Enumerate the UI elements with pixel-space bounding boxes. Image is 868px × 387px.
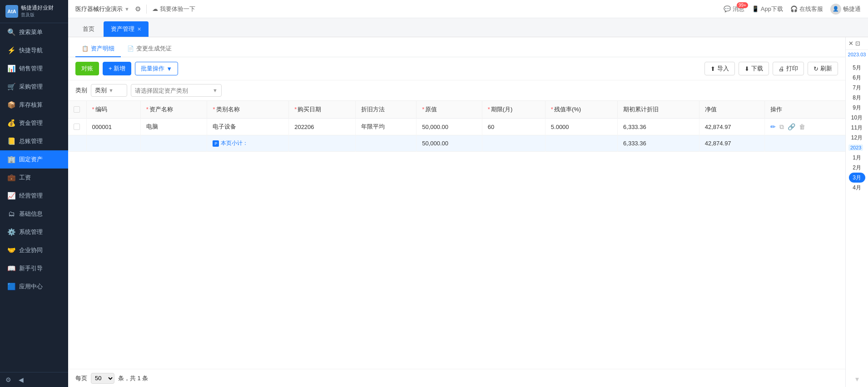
download-button[interactable]: ⬇ 下载 xyxy=(739,62,769,75)
cal-month-3[interactable]: 3月 xyxy=(849,173,865,183)
print-button[interactable]: 🖨 打印 xyxy=(773,62,804,75)
link-icon[interactable]: 🔗 xyxy=(788,123,795,130)
sidebar-item-ops[interactable]: 📈 经营管理 xyxy=(0,187,68,205)
download-label: 下载 xyxy=(751,64,763,73)
settings-gear-icon[interactable]: ⚙ xyxy=(135,5,141,13)
sidebar-icon-ops: 📈 xyxy=(7,192,15,200)
sidebar-bottom: ⚙ ◀ xyxy=(0,372,68,387)
table-header-row: *编码 *资产名称 *类别名称 *购买日期 折旧方法 *原值 *期限(月) *残… xyxy=(68,101,845,119)
sidebar-item-apps[interactable]: 🟦 应用中心 xyxy=(0,278,68,296)
cal-month-8[interactable]: 8月 xyxy=(849,93,865,103)
import-button[interactable]: ⬆ 导入 xyxy=(704,62,735,75)
cal-month-12[interactable]: 12月 xyxy=(849,133,865,143)
refresh-button[interactable]: ↻ 刷新 xyxy=(808,62,838,75)
edit-icon[interactable]: ✏ xyxy=(770,123,776,130)
change-voucher-label: 变更生成凭证 xyxy=(136,45,172,53)
sidebar-item-inventory[interactable]: 📦 库存核算 xyxy=(0,96,68,114)
messages-button[interactable]: 💬 消息 99+ xyxy=(724,5,744,13)
user-menu[interactable]: 👤 畅捷通 xyxy=(830,4,861,15)
sub-tabs: 📋 资产明细 📄 变更生成凭证 xyxy=(68,37,845,57)
asset-detail-label: 资产明细 xyxy=(91,45,114,53)
category-type-arrow-icon: ▼ xyxy=(109,88,114,93)
sidebar-label-salary: 工资 xyxy=(19,174,31,182)
batch-ops-button[interactable]: 批量操作 ▼ xyxy=(135,62,178,75)
sidebar-label-basic: 基础信息 xyxy=(19,210,43,218)
sidebar: AtA 畅捷通好业财 普及版 🔍 搜索菜单⚡ 快捷导航📊 销售管理🛒 采购管理📦… xyxy=(0,0,68,387)
sidebar-item-guide[interactable]: 📖 新手引导 xyxy=(0,259,68,278)
sidebar-label-inventory: 库存核算 xyxy=(19,101,43,109)
sidebar-icon-funds: 💰 xyxy=(7,119,15,127)
sidebar-icon-inventory: 📦 xyxy=(7,101,15,109)
sidebar-label-fixed: 固定资产 xyxy=(19,155,43,164)
row-purchase-date: 202206 xyxy=(289,119,356,135)
row-checkbox[interactable] xyxy=(74,124,80,130)
tab-close-icon[interactable]: ✕ xyxy=(137,26,141,32)
sidebar-icon-purchase: 🛒 xyxy=(7,83,15,91)
sidebar-item-system[interactable]: ⚙️ 系统管理 xyxy=(0,223,68,241)
sidebar-item-ledger[interactable]: 📒 总账管理 xyxy=(0,132,68,150)
sidebar-item-purchase[interactable]: 🛒 采购管理 xyxy=(0,78,68,96)
online-service-button[interactable]: 🎧 在线客服 xyxy=(790,5,823,13)
sidebar-label-quicknav: 快捷导航 xyxy=(19,46,43,55)
sidebar-item-salary[interactable]: 💼 工资 xyxy=(0,169,68,187)
company-selector[interactable]: 医疗器械行业演示 ▼ xyxy=(75,5,129,13)
sidebar-label-guide: 新手引导 xyxy=(19,264,43,273)
company-name: 医疗器械行业演示 xyxy=(75,5,123,13)
subtotal-label-cell: P 本页小计： xyxy=(207,135,289,152)
company-arrow-icon: ▼ xyxy=(124,6,129,12)
settings-icon[interactable]: ⚙ xyxy=(5,376,11,383)
category-search-input[interactable] xyxy=(135,87,213,94)
subtotal-initial-accum-deprec: 6,333.36 xyxy=(618,135,699,152)
delete-icon[interactable]: 🗑 xyxy=(799,123,805,130)
copy-icon[interactable]: ⧉ xyxy=(779,123,784,131)
col-period: *期限(月) xyxy=(482,101,545,119)
cal-month-1[interactable]: 1月 xyxy=(849,153,865,163)
per-page-select[interactable]: 50 100 200 xyxy=(91,373,114,384)
print-label: 打印 xyxy=(786,64,798,73)
tab-asset-mgmt[interactable]: 资产管理 ✕ xyxy=(104,21,149,37)
topbar: 医疗器械行业演示 ▼ ⚙ ☁ 我要体验一下 💬 消息 99+ 📱 App下载 🎧… xyxy=(68,0,868,18)
cal-month-5[interactable]: 5月 xyxy=(849,63,865,73)
feedback-icon: ☁ xyxy=(152,5,158,12)
app-download-button[interactable]: 📱 App下载 xyxy=(752,5,783,13)
cal-month-7[interactable]: 7月 xyxy=(849,83,865,93)
sidebar-item-quicknav[interactable]: ⚡ 快捷导航 xyxy=(0,41,68,60)
app-download-label: App下载 xyxy=(761,5,783,13)
refresh-label: 刷新 xyxy=(820,64,832,73)
subtotal-text: 本页小计： xyxy=(221,139,248,147)
new-button[interactable]: + 新增 xyxy=(103,62,131,75)
sidebar-icon-basic: 🗂 xyxy=(7,210,15,218)
cal-month-10[interactable]: 10月 xyxy=(849,113,865,123)
panel-expand-icon[interactable]: ⊡ xyxy=(855,40,860,47)
panel-scroll-down-icon[interactable]: ▾ xyxy=(855,375,859,383)
sidebar-icon-guide: 📖 xyxy=(7,264,15,273)
reconcile-button[interactable]: 对账 xyxy=(75,62,99,75)
panel-close-icon[interactable]: ✕ xyxy=(848,40,853,47)
cal-month-6[interactable]: 6月 xyxy=(849,73,865,83)
sidebar-item-search[interactable]: 🔍 搜索菜单 xyxy=(0,23,68,41)
sub-tab-change-voucher[interactable]: 📄 变更生成凭证 xyxy=(121,42,178,57)
sidebar-item-basic[interactable]: 🗂 基础信息 xyxy=(0,205,68,223)
sidebar-label-funds: 资金管理 xyxy=(19,119,43,127)
collapse-icon[interactable]: ◀ xyxy=(19,376,24,383)
cal-month-9[interactable]: 9月 xyxy=(849,103,865,113)
select-all-checkbox[interactable] xyxy=(74,106,80,113)
category-type-select[interactable]: 类别 ▼ xyxy=(91,84,127,97)
sidebar-icon-salary: 💼 xyxy=(7,174,15,182)
category-search-input-wrap[interactable]: ▼ xyxy=(131,84,222,97)
tab-asset-mgmt-label: 资产管理 xyxy=(111,25,134,33)
cal-month-4[interactable]: 4月 xyxy=(849,183,865,193)
sidebar-item-coop[interactable]: 🤝 企业协同 xyxy=(0,241,68,259)
row-depreciation-method: 年限平均 xyxy=(355,119,416,135)
sub-tab-asset-detail[interactable]: 📋 资产明细 xyxy=(75,42,121,57)
col-depreciation-method: 折旧方法 xyxy=(355,101,416,119)
tab-home[interactable]: 首页 xyxy=(75,21,102,37)
sidebar-item-funds[interactable]: 💰 资金管理 xyxy=(0,114,68,132)
sidebar-item-fixed[interactable]: 🏢 固定资产 xyxy=(0,150,68,169)
feedback-button[interactable]: ☁ 我要体验一下 xyxy=(152,5,195,13)
row-residual-rate: 5.0000 xyxy=(545,119,617,135)
sidebar-item-sales[interactable]: 📊 销售管理 xyxy=(0,60,68,78)
cal-month-2[interactable]: 2月 xyxy=(849,163,865,173)
cal-month-11[interactable]: 11月 xyxy=(849,123,865,133)
print-icon: 🖨 xyxy=(779,65,784,72)
